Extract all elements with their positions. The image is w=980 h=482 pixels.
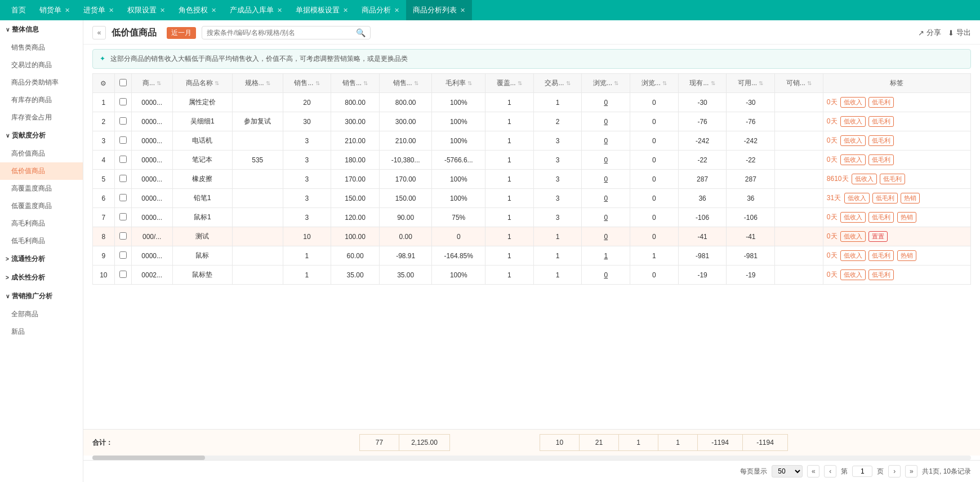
per-page-select[interactable]: 50 100 200 (772, 465, 803, 477)
days-tag: 0天 (827, 251, 838, 259)
row-code: 000/... (131, 227, 172, 246)
col-settings[interactable]: ⚙ (93, 74, 115, 93)
row-transaction: 1 (533, 266, 582, 285)
browse-link[interactable]: 0 (604, 214, 608, 222)
next-page-btn[interactable]: › (888, 465, 901, 477)
sidebar-group-overall[interactable]: ∨ 整体信息 (0, 20, 83, 39)
row-checkbox[interactable] (119, 271, 127, 278)
period-button[interactable]: 近一月 (167, 27, 196, 39)
row-sale-profit: 35.00 (379, 266, 432, 285)
close-icon[interactable]: ✕ (65, 7, 70, 14)
row-checkbox-cell[interactable] (114, 170, 131, 189)
total-coverage: 10 (540, 435, 580, 451)
nav-product-inbound[interactable]: 产成品入库单 ✕ (223, 0, 289, 20)
row-browse1: 0 (582, 151, 630, 170)
tag-badge: 低收入 (840, 154, 866, 165)
nav-home[interactable]: 首页 (5, 0, 33, 20)
browse-link[interactable]: 0 (604, 271, 608, 279)
close-icon[interactable]: ✕ (160, 7, 165, 14)
nav-role-auth[interactable]: 角色授权 ✕ (172, 0, 223, 20)
close-icon[interactable]: ✕ (109, 7, 114, 14)
nav-purchase-order[interactable]: 进货单 ✕ (77, 0, 121, 20)
sidebar-item-high-value[interactable]: 高价值商品 (0, 145, 83, 162)
row-checkbox-cell[interactable] (114, 93, 131, 112)
browse-link[interactable]: 0 (604, 175, 608, 183)
row-days (775, 266, 823, 285)
col-checkbox[interactable] (114, 74, 131, 93)
nav-product-analysis[interactable]: 商品分析 ✕ (355, 0, 406, 20)
nav-product-analysis-list[interactable]: 商品分析列表 ✕ (406, 0, 472, 20)
sidebar-group-marketing[interactable]: ∨ 营销推广分析 (0, 287, 83, 306)
total-label: 合计： (92, 438, 126, 448)
sidebar-item-traded-products[interactable]: 交易过的商品 (0, 56, 83, 74)
browse-link[interactable]: 1 (604, 252, 608, 260)
row-transaction: 1 (533, 93, 582, 112)
row-checkbox-cell[interactable] (114, 266, 131, 285)
row-checkbox[interactable] (119, 194, 127, 201)
sidebar-item-stock-products[interactable]: 有库存的商品 (0, 91, 83, 109)
row-available: -19 (727, 266, 775, 285)
prev-page-btn[interactable]: ‹ (824, 465, 836, 477)
sidebar-item-category-rate[interactable]: 商品分类助销率 (0, 74, 83, 91)
sidebar-item-new-products[interactable]: 新品 (0, 323, 83, 341)
search-input[interactable] (207, 29, 356, 37)
sidebar-item-low-coverage[interactable]: 低覆盖度商品 (0, 197, 83, 215)
data-table-container[interactable]: ⚙ 商... ⇅ 商品名称 ⇅ 规格... ⇅ 销售... ⇅ 销售... ⇅ … (83, 73, 980, 429)
sidebar-item-high-coverage[interactable]: 高覆盖度商品 (0, 180, 83, 197)
row-checkbox-cell[interactable] (114, 208, 131, 227)
row-checkbox[interactable] (119, 136, 127, 144)
first-page-btn[interactable]: « (807, 465, 819, 477)
row-checkbox[interactable] (119, 175, 127, 182)
row-tags: 31天 低收入 低毛利 热销 (823, 189, 970, 208)
sidebar-item-high-margin[interactable]: 高毛利商品 (0, 215, 83, 232)
browse-link[interactable]: 0 (604, 118, 608, 126)
sidebar-item-low-margin[interactable]: 低毛利商品 (0, 232, 83, 250)
close-icon[interactable]: ✕ (343, 7, 348, 14)
collapse-sidebar-btn[interactable]: « (92, 26, 106, 39)
nav-permission[interactable]: 权限设置 ✕ (121, 0, 172, 20)
browse-link[interactable]: 0 (604, 233, 608, 241)
row-checkbox[interactable] (119, 251, 127, 259)
sidebar-item-sales-products[interactable]: 销售类商品 (0, 39, 83, 56)
row-num: 8 (93, 227, 115, 246)
browse-link[interactable]: 0 (604, 156, 608, 164)
close-icon[interactable]: ✕ (460, 7, 465, 14)
close-icon[interactable]: ✕ (277, 7, 282, 14)
export-button[interactable]: ⬇ 导出 (948, 28, 971, 38)
row-browse2: 0 (630, 112, 679, 131)
row-checkbox[interactable] (119, 213, 127, 220)
row-checkbox[interactable] (119, 98, 127, 105)
sidebar-group-circulation[interactable]: > 流通性分析 (0, 250, 83, 268)
sidebar-item-stock-capital[interactable]: 库存资金占用 (0, 109, 83, 126)
sidebar-group-contribution[interactable]: ∨ 贡献度分析 (0, 126, 83, 145)
row-checkbox-cell[interactable] (114, 112, 131, 131)
sidebar: ∨ 整体信息 销售类商品 交易过的商品 商品分类助销率 有库存的商品 库存资金占… (0, 20, 83, 482)
browse-link[interactable]: 0 (604, 99, 608, 107)
row-checkbox-cell[interactable] (114, 227, 131, 246)
browse-link[interactable]: 0 (604, 194, 608, 202)
page-number-input[interactable] (852, 466, 872, 477)
close-icon[interactable]: ✕ (211, 7, 216, 14)
sidebar-group-growth[interactable]: > 成长性分析 (0, 268, 83, 287)
row-browse1: 0 (582, 131, 630, 151)
browse-link[interactable]: 0 (604, 137, 608, 145)
row-checkbox-cell[interactable] (114, 131, 131, 151)
sidebar-item-all-products[interactable]: 全部商品 (0, 306, 83, 323)
search-icon[interactable]: 🔍 (356, 28, 366, 37)
horizontal-scrollbar[interactable] (92, 456, 971, 460)
select-all-checkbox[interactable] (119, 79, 127, 86)
row-checkbox-cell[interactable] (114, 189, 131, 208)
sidebar-item-low-value[interactable]: 低价值商品 (0, 162, 83, 180)
nav-sales-order[interactable]: 销货单 ✕ (33, 0, 77, 20)
row-checkbox-cell[interactable] (114, 246, 131, 266)
last-page-btn[interactable]: » (905, 465, 917, 477)
row-checkbox[interactable] (119, 232, 127, 240)
row-checkbox[interactable] (119, 117, 127, 125)
row-days (775, 131, 823, 151)
scrollbar-thumb[interactable] (92, 456, 205, 460)
nav-template[interactable]: 单据模板设置 ✕ (289, 0, 355, 20)
share-button[interactable]: ↗ 分享 (918, 28, 941, 38)
row-checkbox-cell[interactable] (114, 151, 131, 170)
row-checkbox[interactable] (119, 156, 127, 163)
close-icon[interactable]: ✕ (394, 7, 399, 14)
